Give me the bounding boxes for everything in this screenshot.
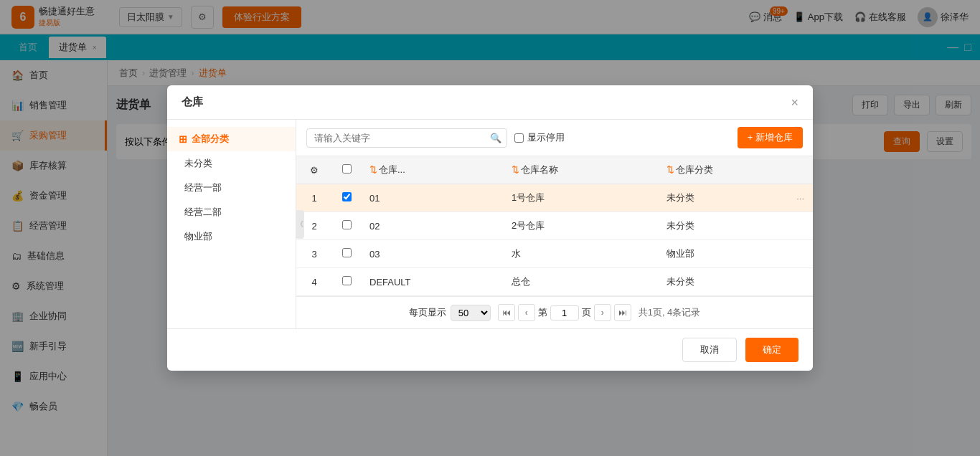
all-category-item[interactable]: ⊞ 全部分类: [167, 127, 296, 151]
modal-footer: 取消 确定: [167, 328, 813, 371]
modal-header: 仓库 ×: [167, 85, 813, 120]
per-page-dropdown[interactable]: 10 20 50 100: [451, 305, 491, 321]
unclassified-label: 未分类: [184, 158, 212, 168]
row-category: 未分类···: [658, 184, 813, 212]
confirm-btn[interactable]: 确定: [745, 338, 798, 362]
select-all-checkbox[interactable]: [342, 164, 352, 174]
collapse-panel-btn[interactable]: 《: [296, 210, 304, 239]
search-input[interactable]: [306, 128, 507, 148]
per-page-label: 每页显示: [409, 306, 446, 319]
row-checkbox[interactable]: [332, 184, 361, 212]
add-warehouse-btn[interactable]: + 新增仓库: [738, 127, 803, 148]
first-page-btn[interactable]: ⏮: [498, 304, 515, 321]
category-property[interactable]: 物业部: [167, 224, 296, 249]
page-nav: ⏮ ‹ 第 页 › ⏭: [498, 304, 631, 321]
grid-icon: ⊞: [179, 133, 187, 145]
row-category: 物业部: [658, 240, 813, 268]
category-ops1[interactable]: 经营一部: [167, 176, 296, 200]
row-code: 03: [361, 240, 503, 268]
row-code: 01: [361, 184, 503, 212]
warehouse-table: ⚙ ⇅仓库... ⇅仓库名称 ⇅仓库分类 1 01 1号仓库 未分类··· 2: [296, 156, 813, 296]
modal-close-btn[interactable]: ×: [791, 96, 798, 109]
per-page-select: 每页显示 10 20 50 100: [409, 305, 491, 321]
modal-overlay: 仓库 × ⊞ 全部分类 未分类 经营一部 经营二部: [0, 0, 980, 456]
show-disabled-text: 显示停用: [527, 131, 565, 144]
table-panel: 🔍 显示停用 + 新增仓库 ⚙: [296, 120, 813, 328]
modal-body: ⊞ 全部分类 未分类 经营一部 经营二部 物业部 《: [167, 120, 813, 328]
row-checkbox[interactable]: [332, 268, 361, 296]
row-category: 未分类: [658, 268, 813, 296]
table-row[interactable]: 1 01 1号仓库 未分类···: [296, 184, 813, 212]
last-page-btn[interactable]: ⏭: [614, 304, 631, 321]
search-wrap: 🔍: [306, 128, 507, 148]
row-name: 总仓: [503, 268, 658, 296]
table-row[interactable]: 2 02 2号仓库 未分类: [296, 212, 813, 240]
row-num: 1: [296, 184, 332, 212]
th-settings[interactable]: ⚙: [296, 156, 332, 184]
show-disabled-checkbox[interactable]: [514, 133, 524, 143]
row-name: 2号仓库: [503, 212, 658, 240]
row-category: 未分类: [658, 212, 813, 240]
th-code[interactable]: ⇅仓库...: [361, 156, 503, 184]
th-category[interactable]: ⇅仓库分类: [658, 156, 813, 184]
right-toolbar: 🔍 显示停用 + 新增仓库: [296, 120, 813, 156]
row-name: 水: [503, 240, 658, 268]
show-disabled-label[interactable]: 显示停用: [514, 131, 565, 144]
ops1-label: 经营一部: [184, 182, 222, 193]
category-ops2[interactable]: 经营二部: [167, 200, 296, 224]
table-row[interactable]: 3 03 水 物业部: [296, 240, 813, 268]
pagination: 每页显示 10 20 50 100 ⏮ ‹ 第 页: [296, 296, 813, 328]
warehouse-modal: 仓库 × ⊞ 全部分类 未分类 经营一部 经营二部: [167, 85, 813, 371]
category-unclassified[interactable]: 未分类: [167, 151, 296, 176]
row-code: DEFAULT: [361, 268, 503, 296]
collapse-icon: 《: [296, 219, 303, 229]
page-suffix: 页: [582, 306, 591, 319]
category-panel: ⊞ 全部分类 未分类 经营一部 经营二部 物业部 《: [167, 120, 296, 328]
page-label: 第: [538, 306, 547, 319]
modal-title: 仓库: [182, 95, 203, 109]
row-name: 1号仓库: [503, 184, 658, 212]
page-input[interactable]: [550, 305, 579, 320]
total-info: 共1页, 4条记录: [639, 306, 701, 319]
row-num: 4: [296, 268, 332, 296]
next-page-btn[interactable]: ›: [594, 304, 611, 321]
all-category-label: 全部分类: [192, 133, 229, 146]
prev-page-btn[interactable]: ‹: [518, 304, 535, 321]
table-header-row: ⚙ ⇅仓库... ⇅仓库名称 ⇅仓库分类: [296, 156, 813, 184]
ops2-label: 经营二部: [184, 206, 222, 217]
row-num: 3: [296, 240, 332, 268]
row-checkbox[interactable]: [332, 212, 361, 240]
row-checkbox[interactable]: [332, 240, 361, 268]
search-icon[interactable]: 🔍: [490, 133, 501, 143]
row-code: 02: [361, 212, 503, 240]
th-checkbox[interactable]: [332, 156, 361, 184]
th-name[interactable]: ⇅仓库名称: [503, 156, 658, 184]
property-label: 物业部: [184, 231, 212, 242]
cancel-btn[interactable]: 取消: [682, 338, 737, 362]
table-row[interactable]: 4 DEFAULT 总仓 未分类: [296, 268, 813, 296]
row-actions-btn[interactable]: ···: [796, 193, 804, 204]
